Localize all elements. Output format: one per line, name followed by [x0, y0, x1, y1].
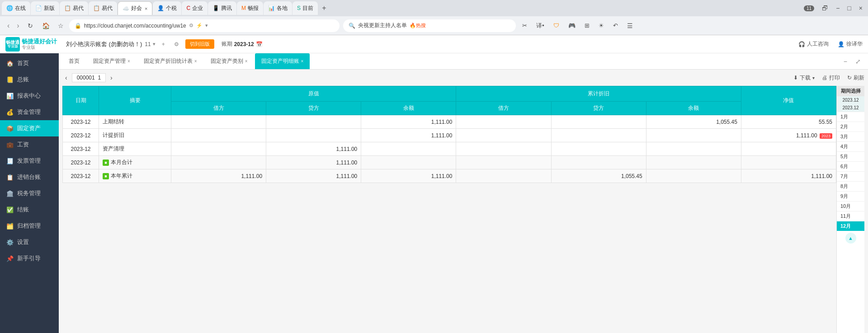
print-btn[interactable]: 🖨 打印 [822, 74, 840, 82]
tab-close-icon[interactable]: × [127, 59, 130, 64]
switch-old-version-btn[interactable]: 切到旧版 [185, 39, 214, 49]
browser-tab-gedi[interactable]: 📊 各地 [264, 1, 292, 15]
site-info-icon[interactable]: ⚙ [189, 23, 193, 28]
maximize-button[interactable]: □ [844, 3, 854, 14]
calendar-icon[interactable]: 📅 [256, 41, 263, 47]
bookmark-button[interactable]: ☆ [56, 21, 66, 30]
tab-asset-category[interactable]: 固定资产类别 × [204, 53, 254, 69]
next-page-btn[interactable]: › [108, 73, 115, 82]
table-row: 2023-12 计提折旧 1,111.00 1,111.00 2023 [63, 129, 836, 142]
th-accum-debit: 借方 [456, 102, 551, 115]
period-row-month10[interactable]: 10月 [837, 201, 864, 211]
sidebar-item-fixed-assets[interactable]: 📦 固定资产 [0, 120, 59, 136]
year-badge: 2023 [820, 133, 832, 139]
browser-tab-yidai2[interactable]: 📋 易代 [89, 1, 117, 15]
sidebar-item-ledger[interactable]: 📒 总账 [0, 71, 59, 88]
forward-button[interactable]: › [15, 21, 21, 31]
th-date: 日期 [63, 86, 99, 115]
translate-icon[interactable]: 译• [533, 21, 547, 31]
back-button[interactable]: ‹ [5, 21, 11, 31]
browser-tab-qiye[interactable]: C 企业 [182, 1, 208, 15]
tab-label: 好会 [131, 5, 142, 12]
tab-fixed-asset-mgmt[interactable]: 固定资产管理 × [87, 53, 137, 69]
sidebar-item-reports[interactable]: 📊 报表中心 [0, 88, 59, 104]
sidebar-item-home[interactable]: 🏠 首页 [0, 55, 59, 71]
brightness-icon[interactable]: ☀ [596, 21, 607, 30]
period-row-month8[interactable]: 8月 [837, 181, 864, 191]
browser-tab-yidai1[interactable]: 📋 易代 [60, 1, 88, 15]
period-row-month7[interactable]: 7月 [837, 171, 864, 181]
dropdown-icon[interactable]: ▾ [205, 23, 208, 28]
table-scroll-area: 日期 摘要 原值 累计折旧 [62, 86, 836, 333]
tab-asset-detail[interactable]: 固定资产明细账 × [255, 53, 310, 69]
refresh-btn[interactable]: ↻ 刷新 [847, 74, 864, 82]
sidebar-item-guide[interactable]: 📌 新手引导 [0, 250, 59, 267]
cut-icon[interactable]: ✂ [519, 21, 530, 30]
tab-close-icon[interactable]: × [194, 59, 197, 64]
grid-icon[interactable]: ⊞ [582, 21, 592, 30]
sidebar-item-funds[interactable]: 💰 资金管理 [0, 104, 59, 120]
period-row-month5[interactable]: 5月 [837, 151, 864, 161]
sidebar-item-tax[interactable]: 🏛️ 税务管理 [0, 185, 59, 202]
settings-company-icon[interactable]: ⚙ [171, 40, 182, 48]
browser-tab-changbao[interactable]: M 畅报 [237, 1, 263, 15]
browser-tab-new[interactable]: 📄 新版 [31, 1, 59, 15]
period-scroll-up[interactable]: ▲ [845, 233, 856, 244]
add-company-icon[interactable]: + [159, 40, 168, 48]
game-icon[interactable]: 🎮 [566, 21, 578, 30]
home-icon: 🏠 [6, 60, 14, 67]
cell-accum-debit [456, 169, 551, 183]
home-button[interactable]: 🏠 [39, 21, 52, 30]
browser-tab-haohuiji[interactable]: ☁️ 好会 × [118, 1, 152, 15]
minimize-button[interactable]: − [832, 3, 843, 14]
browser-chrome: 🌐 在线 📄 新版 📋 易代 📋 易代 ☁️ 好会 × 👤 个税 C 企业 [0, 0, 868, 35]
close-button[interactable]: × [855, 3, 866, 14]
period-row-month9[interactable]: 9月 [837, 191, 864, 201]
history-icon[interactable]: ↶ [610, 21, 621, 30]
browser-tab-tengxun[interactable]: 📱 腾讯 [208, 1, 236, 15]
th-accumulated-depreciation: 累计折旧 [456, 86, 741, 102]
download-btn[interactable]: ⬇ 下载 ▾ [793, 74, 815, 82]
cell-orig-balance: 1,111.00 [361, 129, 456, 142]
minimize-panel-btn[interactable]: − [840, 56, 851, 67]
tab-depreciation-stats[interactable]: 固定资产折旧统计表 × [137, 53, 203, 69]
browser-tab-muqian[interactable]: S 目前 [292, 1, 318, 15]
period-row-month6[interactable]: 6月 [837, 161, 864, 171]
sidebar-item-archive[interactable]: 🗂️ 归档管理 [0, 218, 59, 234]
menu-icon[interactable]: ☰ [624, 21, 636, 30]
sidebar-item-salary[interactable]: 💼 工资 [0, 136, 59, 153]
period-row-month3[interactable]: 3月 [837, 131, 864, 141]
shield-icon[interactable]: 🛡 [551, 21, 562, 30]
search-input[interactable]: 🔍 央视更新主持人名单 🔥热搜 [343, 19, 516, 32]
lightning-icon[interactable]: ⚡ [196, 23, 203, 28]
sidebar-item-settings[interactable]: ⚙️ 设置 [0, 234, 59, 250]
tab-close-icon[interactable]: × [145, 6, 147, 11]
reload-button[interactable]: ↻ [25, 21, 36, 30]
browser-tab-online[interactable]: 🌐 在线 [2, 1, 30, 15]
sidebar-item-inventory[interactable]: 📋 进销台账 [0, 169, 59, 185]
cell-orig-balance [361, 156, 456, 169]
period-row-month11[interactable]: 11月 [837, 211, 864, 221]
cell-accum-credit [551, 115, 646, 129]
period-row-month4[interactable]: 4月 [837, 141, 864, 151]
browser-tab-geshui[interactable]: 👤 个税 [153, 1, 181, 15]
new-tab-button[interactable]: + [318, 2, 330, 14]
tab-home[interactable]: 首页 [62, 53, 86, 69]
tab-close-icon[interactable]: × [301, 59, 304, 64]
period-row-month2[interactable]: 2月 [837, 122, 864, 131]
th-orig-debit: 借方 [171, 102, 266, 115]
tab-close-icon[interactable]: × [245, 59, 248, 64]
period-row-month12[interactable]: 12月 [837, 221, 864, 231]
sidebar-item-closing[interactable]: ✅ 结账 [0, 202, 59, 218]
period-row-month1[interactable]: 1月 [837, 112, 864, 122]
restore-button[interactable]: 🗗 [818, 3, 832, 14]
sidebar-label: 发票管理 [17, 157, 41, 165]
expand-panel-btn[interactable]: ⤢ [852, 56, 864, 67]
address-input[interactable]: 🔒 https://cloud.chanjet.com/accounting/u… [69, 19, 340, 32]
user-info[interactable]: 👤 徐译华 [838, 40, 863, 48]
help-btn[interactable]: 🎧 人工咨询 [798, 40, 829, 48]
prev-page-btn[interactable]: ‹ [62, 73, 70, 82]
company-selector[interactable]: 刘小艳演示账套 (勿删勿动！) 11 ▾ [66, 40, 156, 48]
sidebar-item-invoice[interactable]: 🧾 发票管理 [0, 153, 59, 169]
cell-orig-debit [171, 115, 266, 129]
